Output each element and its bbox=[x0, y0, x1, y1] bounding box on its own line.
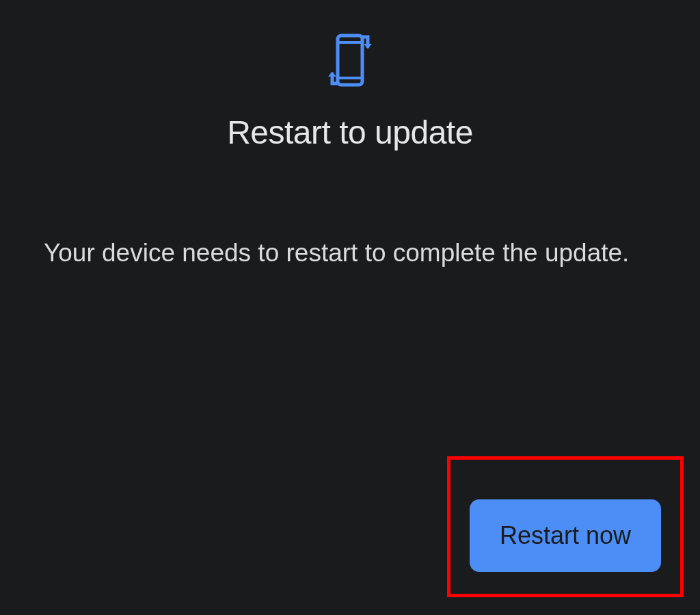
dialog-description: Your device needs to restart to complete… bbox=[0, 233, 700, 272]
dialog-title: Restart to update bbox=[227, 114, 473, 151]
annotation-highlight-box: Restart now bbox=[447, 456, 684, 597]
header-icon-wrapper bbox=[328, 33, 372, 88]
restart-now-button[interactable]: Restart now bbox=[470, 499, 661, 572]
device-refresh-icon bbox=[328, 33, 372, 88]
